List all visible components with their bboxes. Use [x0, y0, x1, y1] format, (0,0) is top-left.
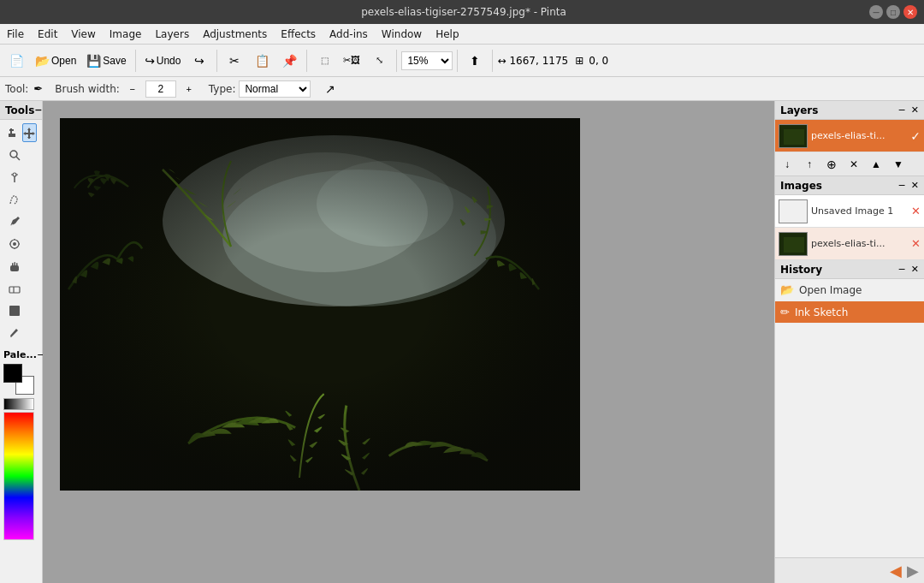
layers-close-btn[interactable]: ✕ — [911, 104, 919, 116]
history-redo-btn[interactable]: ▶ — [907, 562, 919, 580]
paste-button[interactable]: 📌 — [276, 49, 302, 73]
layers-toolbar: ↓ ↑ ⊕ ✕ ▲ ▼ — [775, 152, 924, 176]
svg-rect-29 — [60, 118, 580, 491]
type-select[interactable]: Normal Multiply Additive Color Burn Over… — [239, 80, 311, 98]
tools-panel-header: Tools − — [0, 101, 42, 120]
grab-tool[interactable] — [5, 257, 24, 276]
crop-button[interactable]: ✂🖼 — [339, 49, 364, 73]
pencil-tool[interactable] — [5, 324, 24, 342]
image-name-pexels: pexels-elias-ti... — [811, 238, 908, 249]
images-collapse-btn[interactable]: − — [898, 180, 906, 191]
image-item-unsaved[interactable]: Unsaved Image 1 ✕ — [775, 195, 924, 228]
brush-width-label: Brush width: — [55, 83, 120, 95]
open-button[interactable]: 📂 Open — [31, 49, 80, 73]
history-undo-btn[interactable]: ◀ — [890, 562, 902, 580]
canvas-area[interactable] — [43, 101, 774, 583]
magic-wand-tool[interactable] — [5, 168, 24, 187]
paint-bucket-icon — [7, 127, 19, 139]
history-panel: History − ✕ 📂 Open Image ✏️ Ink Sketch ◀… — [775, 260, 924, 583]
upload-button[interactable]: ⬆ — [462, 49, 488, 73]
brush-tool[interactable] — [5, 235, 24, 253]
history-item-ink[interactable]: ✏️ Ink Sketch — [775, 301, 924, 324]
new-button[interactable]: 📄 — [3, 49, 29, 73]
save-button[interactable]: 💾 Save — [82, 49, 130, 73]
menu-item-help[interactable]: Help — [429, 24, 465, 45]
layer-thumbnail — [779, 124, 808, 148]
color-selector[interactable] — [3, 364, 34, 395]
layer-merge-btn[interactable]: ▲ — [866, 155, 886, 174]
svg-rect-17 — [12, 263, 14, 266]
menu-item-image[interactable]: Image — [103, 24, 149, 45]
separator-5 — [457, 50, 458, 72]
undo-button[interactable]: ↩ Undo — [140, 49, 186, 73]
brush-minus-button[interactable]: − — [123, 80, 142, 98]
tools-panel-collapse[interactable]: − — [34, 104, 42, 116]
grid-icon: ⊞ — [572, 55, 587, 67]
menu-item-window[interactable]: Window — [375, 24, 429, 45]
close-unsaved-btn[interactable]: ✕ — [911, 205, 921, 217]
canvas-container — [60, 118, 580, 491]
menu-item-add-ins[interactable]: Add-ins — [323, 24, 375, 45]
freeform-select-tool[interactable] — [5, 190, 24, 209]
history-header-controls: − ✕ — [898, 264, 919, 275]
palette-label: Pale... — [3, 349, 37, 360]
brush-width-input[interactable] — [145, 80, 176, 98]
layers-collapse-btn[interactable]: − — [898, 104, 906, 116]
close-pexels-btn[interactable]: ✕ — [911, 237, 921, 250]
resize-icon: ⤡ — [376, 55, 383, 66]
open-image-icon: 📂 — [780, 283, 794, 296]
paint-bucket-tool[interactable] — [5, 123, 21, 142]
svg-rect-22 — [9, 306, 20, 316]
grayscale-bar[interactable] — [3, 398, 34, 410]
image-item-pexels[interactable]: pexels-elias-ti... ✕ — [775, 228, 924, 260]
images-close-btn[interactable]: ✕ — [911, 180, 919, 191]
brush-plus-button[interactable]: + — [180, 80, 198, 98]
color-palette[interactable] — [3, 412, 34, 540]
history-close-btn[interactable]: ✕ — [911, 264, 919, 275]
layer-move-up-btn[interactable]: ↑ — [799, 155, 820, 174]
history-collapse-btn[interactable]: − — [898, 264, 906, 275]
images-header-controls: − ✕ — [898, 180, 919, 191]
primary-color-swatch[interactable] — [3, 364, 22, 383]
ink-tool[interactable] — [5, 212, 24, 231]
menu-item-layers[interactable]: Layers — [148, 24, 196, 45]
svg-point-5 — [13, 173, 16, 176]
history-header: History − ✕ — [775, 260, 924, 279]
brush-icon — [9, 238, 21, 250]
menu-item-view[interactable]: View — [64, 24, 102, 45]
layer-delete-btn[interactable]: ✕ — [844, 155, 864, 174]
minimize-button[interactable]: ─ — [869, 5, 883, 19]
erase-tool[interactable] — [5, 279, 24, 298]
main-layout: Tools − — [0, 101, 924, 583]
image-size-icon: ↔ — [497, 55, 506, 67]
menu-item-adjustments[interactable]: Adjustments — [196, 24, 274, 45]
history-open-label: Open Image — [799, 284, 862, 296]
menu-item-effects[interactable]: Effects — [274, 24, 323, 45]
layer-flatten-btn[interactable]: ▼ — [888, 155, 909, 174]
zoom-select[interactable]: 15%5%10%25%50%100% — [401, 51, 453, 70]
curve-tool-button[interactable]: ↗ — [317, 80, 343, 98]
deselect-button[interactable]: ⬚ — [311, 49, 337, 73]
layer-name: pexels-elias-ti... — [811, 130, 907, 141]
palette-header: Pale... − — [3, 349, 38, 360]
layer-item[interactable]: pexels-elias-ti... ✓ — [775, 120, 924, 152]
history-item-open[interactable]: 📂 Open Image — [775, 279, 924, 301]
menu-item-file[interactable]: File — [0, 24, 31, 45]
svg-rect-19 — [16, 263, 18, 266]
titlebar-title: pexels-elias-tigiser-2757549.jpg* - Pint… — [58, 6, 869, 18]
cut-button[interactable]: ✂ — [222, 49, 247, 73]
layer-visible-icon[interactable]: ✓ — [910, 129, 921, 143]
zoom-tool[interactable] — [5, 146, 24, 164]
redo-button[interactable]: ↪ — [187, 49, 212, 73]
layer-move-down-btn[interactable]: ↓ — [777, 155, 797, 174]
separator-6 — [492, 50, 493, 72]
copy-button[interactable]: 📋 — [249, 49, 275, 73]
rectangle-tool[interactable] — [5, 301, 24, 320]
maximize-button[interactable]: □ — [886, 5, 900, 19]
menu-item-edit[interactable]: Edit — [31, 24, 64, 45]
close-button[interactable]: ✕ — [903, 5, 917, 19]
move-tool[interactable] — [22, 123, 38, 142]
separator-2 — [216, 50, 217, 72]
layer-add-btn[interactable]: ⊕ — [821, 155, 842, 174]
resize-button[interactable]: ⤡ — [366, 49, 392, 73]
